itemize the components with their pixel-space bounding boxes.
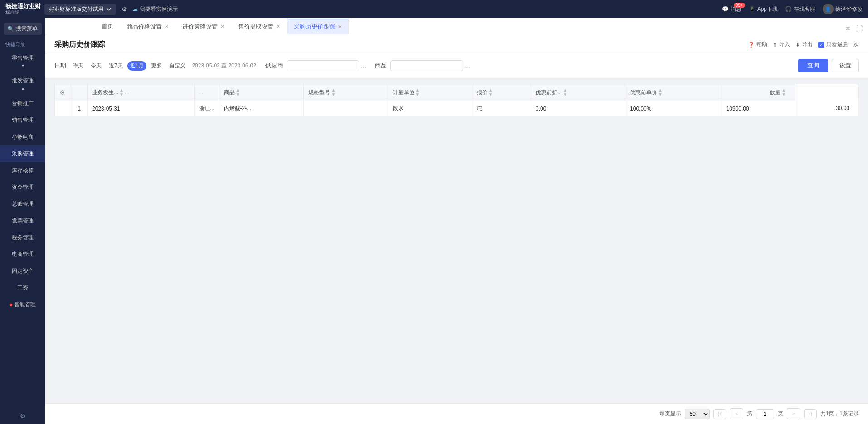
sidebar: 🔍 搜索菜单 快捷导航 零售管理 ▾ 批发管理 ▴ 营销推广 销售管理 小畅电商… [0,18,45,424]
sidebar-item-sales[interactable]: 销售管理 [0,112,45,129]
sidebar-item-purchase[interactable]: 采购管理 [0,145,45,162]
product-selector[interactable]: 好业财标准版交付试用 [44,4,116,15]
sidebar-item-label: 工资 [17,284,28,292]
page-last-button[interactable]: ⟩⟩ [804,409,817,419]
search-icon: 🔍 [7,26,14,32]
sidebar-item-ledger[interactable]: 总账管理 [0,196,45,212]
online-service-item[interactable]: 🎧 在线客服 [785,5,815,13]
date-opt-7days[interactable]: 近7天 [106,61,126,71]
th-price: 报价 ▲▼ [472,84,531,101]
goods-input[interactable] [390,60,463,71]
logo-title: 畅捷通好业财 [5,3,41,10]
query-button[interactable]: 查询 [798,59,828,72]
td-business-date: 2023-05-31 [88,101,195,116]
tab-purchase-strategy[interactable]: 进价策略设置 ✕ [176,19,231,34]
user-area[interactable]: 👤 徐泽华修改 [823,4,863,14]
sidebar-item-label: 税务管理 [12,234,34,241]
sort-icon: ▲▼ [563,88,567,97]
sidebar-item-inventory[interactable]: 库存核算 [0,162,45,179]
messages-item[interactable]: 💬 消息 99+ [722,5,741,13]
table-row: 1 2023-05-31 浙江... 丙烯酸-2-... 散水 吨 0.00 1… [55,101,859,116]
chevron-down-icon [106,6,112,12]
sort-icon: ▲▼ [488,88,493,97]
top-bar-right: 💬 消息 99+ 📱 App下载 🎧 在线客服 👤 徐泽华修改 [722,4,863,14]
date-filter-group: 日期 昨天 今天 近7天 近1月 更多 自定义 2023-05-02 至 202… [54,61,256,71]
settings-gear-button[interactable]: ⚙ [120,4,129,14]
goods-dots[interactable]: ... [465,62,470,69]
sidebar-item-finance[interactable]: 资金管理 [0,179,45,196]
td-goods: 丙烯酸-2-... [219,101,304,116]
page-title-row: 采购历史价跟踪 ❓ 帮助 ⬆ 导入 ⬇ 导出 ✓ [54,40,859,49]
avatar: 👤 [823,4,834,14]
demo-button[interactable]: ☁ 我要看实例演示 [132,5,178,13]
tab-purchase-history[interactable]: 采购历史价跟踪 ✕ [287,19,349,34]
tab-close-icon[interactable]: ✕ [276,24,280,29]
column-settings-button[interactable]: ⚙ [59,89,65,96]
tab-close-icon[interactable]: ✕ [338,24,342,30]
page-next-button[interactable]: ＞ [787,408,800,419]
only-last-checkbox[interactable]: ✓ 只看最后一次 [818,41,859,48]
total-info: 共1页，1条记录 [820,410,859,418]
per-page-select[interactable]: 50 100 200 [685,409,710,419]
td-supplier: 浙江... [194,101,219,116]
search-menu-button[interactable]: 🔍 搜索菜单 [4,23,42,35]
supplier-label: 供应商 [265,62,283,70]
supplier-input[interactable] [287,60,359,71]
td-quoted-price: 0.00 [531,101,625,116]
date-opt-more[interactable]: 更多 [148,61,165,71]
settings-button[interactable]: 设置 [832,59,859,72]
sidebar-item-wholesale[interactable]: 批发管理 ▴ [0,72,45,95]
td-discount: 100.00% [625,101,722,116]
date-opt-1month[interactable]: 近1月 [127,61,147,71]
supplier-dots[interactable]: ... [361,62,366,69]
tab-home[interactable]: 首页 [95,19,120,34]
td-price-before: 10900.00 [722,101,795,116]
page-num-input[interactable] [756,409,774,419]
page-header: 采购历史价跟踪 ❓ 帮助 ⬆ 导入 ⬇ 导出 ✓ [45,34,868,53]
sort-icon: ▲▼ [331,88,336,97]
import-icon: ⬆ [773,42,777,48]
sort-icon: ▲▼ [658,88,663,97]
page-first-button[interactable]: ⟨⟨ [713,409,726,419]
date-opt-today[interactable]: 今天 [88,61,104,71]
export-icon: ⬇ [795,42,800,48]
sidebar-item-smart[interactable]: 智能管理 [0,296,45,313]
expand-icon: ▴ [22,86,24,91]
tab-close-icon[interactable]: ✕ [165,24,169,29]
sidebar-item-fixed-assets[interactable]: 固定资产 [0,263,45,279]
sidebar-item-retail[interactable]: 零售管理 ▾ [0,50,45,72]
page-prev-button[interactable]: ＜ [730,408,743,419]
help-button[interactable]: ❓ 帮助 [748,41,767,48]
sidebar-item-marketing[interactable]: 营销推广 [0,95,45,112]
th-gear: ⚙ [55,84,71,101]
sidebar-item-label: 电商管理 [12,251,34,258]
tab-close-button[interactable]: ✕ [844,24,853,33]
col-dots[interactable]: ... [199,89,204,96]
sort-icon: ▲▼ [119,88,124,97]
sidebar-footer: ⚙ [0,408,45,424]
sidebar-item-ecommerce[interactable]: 电商管理 [0,246,45,263]
data-table: ⚙ 业务发生... ▲▼ ... ... [54,84,859,116]
td-price-unit: 吨 [472,101,531,116]
sidebar-item-label: 小畅电商 [12,133,34,141]
tab-sale-price[interactable]: 售价提取设置 ✕ [231,19,287,34]
app-download-item[interactable]: 📱 App下载 [749,5,778,13]
date-opt-custom[interactable]: 自定义 [166,61,188,71]
date-opt-yesterday[interactable]: 昨天 [70,61,86,71]
th-spec: 规格型号 ▲▼ [304,84,388,101]
sidebar-item-tax[interactable]: 税务管理 [0,229,45,246]
sidebar-settings-button[interactable]: ⚙ [20,412,26,419]
tab-fullscreen-button[interactable]: ⛶ [854,24,864,33]
top-bar: 畅捷通好业财 标准版 好业财标准版交付试用 ⚙ ☁ 我要看实例演示 💬 消息 9… [0,0,868,18]
page-label: 第 [747,410,752,418]
td-gear [55,101,71,116]
sidebar-item-ecommerce-small[interactable]: 小畅电商 [0,129,45,145]
sidebar-item-invoice[interactable]: 发票管理 [0,212,45,229]
tab-close-icon[interactable]: ✕ [220,24,224,29]
sidebar-item-payroll[interactable]: 工资 [0,279,45,296]
export-button[interactable]: ⬇ 导出 [795,41,813,48]
import-button[interactable]: ⬆ 导入 [773,41,790,48]
col-dots[interactable]: ... [125,89,129,96]
sidebar-item-label: 销售管理 [12,116,34,124]
tab-goods-price[interactable]: 商品价格设置 ✕ [120,19,176,34]
